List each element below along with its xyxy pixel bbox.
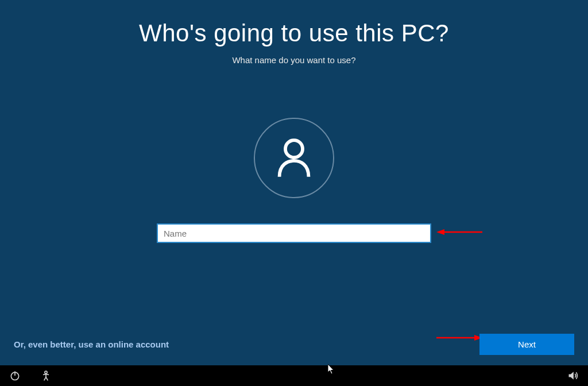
ease-of-access-icon[interactable]: [40, 370, 52, 381]
svg-marker-2: [436, 229, 444, 235]
page-subtitle: What name do you want to use?: [0, 55, 588, 65]
next-button[interactable]: Next: [479, 334, 574, 355]
bottom-row: Or, even better, use an online account N…: [0, 334, 588, 355]
taskbar-right: [567, 370, 579, 381]
svg-point-7: [45, 371, 47, 373]
online-account-link[interactable]: Or, even better, use an online account: [14, 339, 169, 349]
volume-icon[interactable]: [567, 370, 579, 381]
name-input[interactable]: [157, 223, 431, 243]
user-icon: [273, 136, 315, 180]
taskbar: [0, 365, 588, 386]
oobe-main-area: Who's going to use this PC? What name do…: [0, 0, 588, 365]
page-title: Who's going to use this PC?: [0, 0, 588, 47]
svg-point-0: [285, 140, 303, 157]
power-icon[interactable]: [9, 370, 21, 381]
mouse-cursor: [328, 364, 335, 375]
avatar-circle: [254, 118, 334, 198]
annotation-arrow-input: [436, 228, 482, 236]
taskbar-left: [9, 370, 52, 381]
name-input-wrapper: [157, 223, 431, 243]
